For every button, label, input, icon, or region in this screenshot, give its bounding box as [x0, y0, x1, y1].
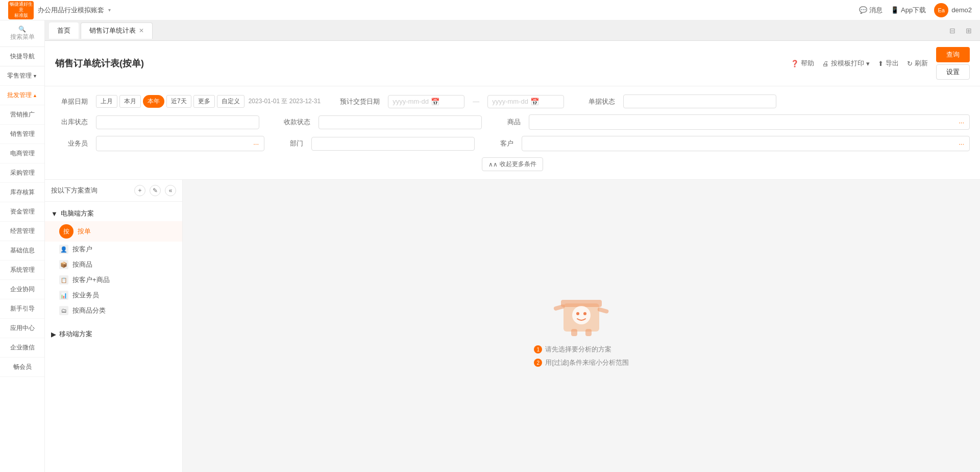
print-btn[interactable]: 🖨 按模板打印 ▾ [822, 59, 870, 68]
date-end-input[interactable]: yyyy-mm-dd 📅 [487, 95, 564, 108]
dept-select[interactable] [311, 137, 475, 151]
date-btn-more[interactable]: 更多 [193, 95, 215, 108]
retail-arrow-icon: ▼ [33, 74, 37, 79]
svg-rect-5 [553, 304, 565, 311]
by-salesperson-icon: 📊 [59, 291, 68, 300]
help-btn[interactable]: ❓ 帮助 [791, 59, 814, 68]
left-panel-icons: + ✎ « [134, 185, 176, 196]
app-download-btn[interactable]: 📱 App下载 [891, 6, 926, 15]
tree-item-by-goods[interactable]: 📦 按商品 [45, 257, 182, 272]
tab-close-icon[interactable]: ✕ [139, 27, 144, 34]
sidebar-item-member[interactable]: 畅会员 [0, 358, 44, 377]
status-label: 单据状态 [582, 97, 615, 106]
tree-pc-title[interactable]: ▼ 电脑端方案 [45, 206, 182, 221]
salesperson-input[interactable]: ··· [96, 136, 264, 151]
right-panel: 1 请先选择要分析的方案 2 用[过滤]条件来缩小分析范围 [183, 180, 980, 472]
tree-item-by-customer[interactable]: 👤 按客户 [45, 242, 182, 257]
collapse-icon: ∧∧ [488, 161, 498, 168]
date-start-input[interactable]: yyyy-mm-dd 📅 [388, 95, 464, 108]
sidebar-item-system[interactable]: 系统管理 [0, 261, 44, 280]
date-separator: — [473, 98, 479, 105]
out-status-select[interactable] [96, 115, 259, 129]
svg-rect-8 [585, 329, 592, 336]
svg-point-4 [583, 312, 586, 315]
main-body: 按以下方案查询 + ✎ « ▼ 电脑端方案 [45, 180, 980, 472]
filter-row-1: 单据日期 上月 本月 本年 近7天 更多 自定义 2023-01-01 至 20… [55, 95, 970, 108]
tab-window-restore-icon[interactable]: ⊟ [945, 23, 960, 38]
by-cg-icon: 📋 [59, 275, 68, 285]
sidebar-item-retail[interactable]: 零售管理 ▼ [0, 66, 44, 86]
sidebar-item-purchase[interactable]: 采购管理 [0, 163, 44, 183]
sidebar-item-operations[interactable]: 经营管理 [0, 222, 44, 241]
sidebar-item-sales[interactable]: 销售管理 [0, 125, 44, 144]
left-panel-title: 按以下方案查询 [51, 186, 97, 195]
sidebar-item-inventory[interactable]: 库存核算 [0, 183, 44, 202]
sidebar-item-ecommerce[interactable]: 电商管理 [0, 144, 44, 163]
tab-expand-icon[interactable]: ⊞ [962, 23, 976, 38]
tree-item-by-salesperson[interactable]: 📊 按业务员 [45, 288, 182, 303]
search-icon: 🔍 [18, 26, 26, 33]
status-select[interactable] [623, 95, 776, 108]
sidebar-item-newbie[interactable]: 新手引导 [0, 299, 44, 319]
collect-status-select[interactable] [318, 115, 482, 129]
date-btn-last-month[interactable]: 上月 [96, 95, 117, 108]
sidebar-item-enterprise[interactable]: 企业协同 [0, 280, 44, 299]
add-scheme-btn[interactable]: + [134, 185, 145, 196]
export-icon: ⬆ [878, 60, 884, 67]
sidebar-item-wechat[interactable]: 企业微信 [0, 338, 44, 358]
sidebar-quick-nav[interactable]: 快捷导航 [0, 47, 44, 66]
query-button[interactable]: 查询 [936, 47, 970, 62]
tree-item-by-customer-goods[interactable]: 📋 按客户+商品 [45, 272, 182, 288]
export-btn[interactable]: ⬆ 导出 [878, 59, 899, 68]
salesperson-label: 业务员 [55, 139, 88, 148]
tab-home[interactable]: 首页 [49, 22, 79, 39]
sidebar-search[interactable]: 🔍 搜索菜单 [0, 20, 44, 47]
sidebar-item-marketing[interactable]: 营销推广 [0, 105, 44, 125]
sidebar-item-basic[interactable]: 基础信息 [0, 241, 44, 261]
content-area: 首页 销售订单统计表 ✕ ⊟ ⊞ 销售订单统计表(按单) ❓ 帮助 [45, 20, 980, 472]
filter-row-2: 出库状态 收款状态 商品 ··· [55, 114, 970, 130]
date-btn-this-month[interactable]: 本月 [119, 95, 141, 108]
help-icon: ❓ [791, 60, 799, 67]
dept-label: 部门 [283, 139, 303, 148]
page-title: 销售订单统计表(按单) [55, 57, 144, 69]
sidebar-item-appcenter[interactable]: 应用中心 [0, 319, 44, 338]
collapse-panel-btn[interactable]: « [165, 185, 176, 196]
collapse-btn[interactable]: ∧∧ 收起更多条件 [482, 157, 543, 171]
phone-icon: 📱 [891, 6, 899, 14]
left-panel: 按以下方案查询 + ✎ « ▼ 电脑端方案 [45, 180, 183, 472]
goods-input[interactable]: ··· [529, 114, 970, 130]
message-btn[interactable]: 💬 消息 [859, 6, 883, 15]
sidebar-item-finance[interactable]: 资金管理 [0, 202, 44, 222]
system-dropdown-icon[interactable]: ▾ [108, 7, 111, 13]
wholesale-arrow-icon: ▲ [33, 93, 37, 98]
refresh-btn[interactable]: ↻ 刷新 [907, 59, 928, 68]
settings-button[interactable]: 设置 [936, 64, 970, 80]
edit-scheme-btn[interactable]: ✎ [150, 185, 161, 196]
tree-mobile-title[interactable]: ▶ 移动端方案 [45, 326, 182, 342]
tree-item-by-goods-category[interactable]: 🗂 按商品分类 [45, 303, 182, 318]
customer-input[interactable]: ··· [522, 136, 970, 151]
date-btn-this-year[interactable]: 本年 [143, 95, 164, 108]
system-title: 办公用品行业模拟账套 [38, 6, 104, 15]
tree-item-by-order[interactable]: 按 按单 [45, 221, 182, 242]
message-icon: 💬 [859, 6, 867, 14]
tab-sales-stats[interactable]: 销售订单统计表 ✕ [81, 22, 153, 39]
collapse-area: ∧∧ 收起更多条件 [55, 157, 970, 171]
top-bar-right: 💬 消息 📱 App下载 Ea demo2 [859, 3, 972, 17]
goods-more-btn[interactable]: ··· [959, 119, 964, 126]
calendar-end-icon[interactable]: 📅 [530, 98, 539, 106]
customer-more-btn[interactable]: ··· [959, 140, 964, 148]
sidebar-item-wholesale[interactable]: 批发管理 ▲ [0, 86, 44, 105]
tabs-bar: 首页 销售订单统计表 ✕ ⊟ ⊞ [45, 20, 980, 41]
date-btn-custom[interactable]: 自定义 [217, 95, 244, 108]
user-menu[interactable]: Ea demo2 [934, 3, 972, 17]
date-btn-last-7[interactable]: 近7天 [166, 95, 191, 108]
calendar-start-icon[interactable]: 📅 [431, 98, 439, 106]
date-btn-group: 上月 本月 本年 近7天 更多 自定义 2023-01-01 至 2023-12… [96, 95, 321, 108]
svg-rect-1 [561, 300, 602, 307]
print-icon: 🖨 [822, 60, 829, 67]
salesperson-more-btn[interactable]: ··· [253, 140, 259, 148]
date-label: 单据日期 [55, 97, 88, 106]
print-dropdown-icon[interactable]: ▾ [866, 60, 870, 67]
